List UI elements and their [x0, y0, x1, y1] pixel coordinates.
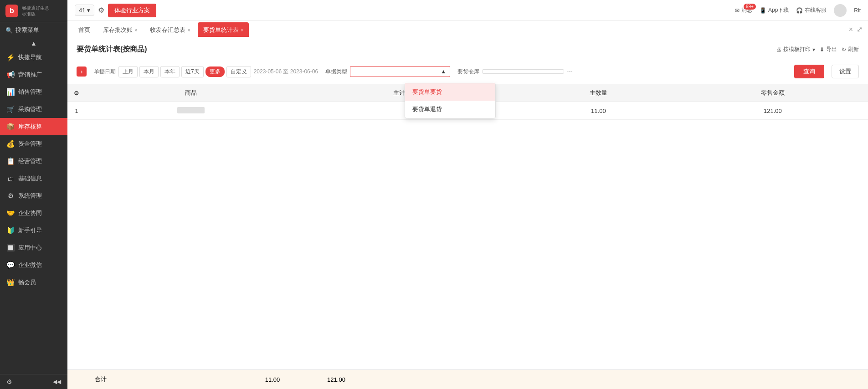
tab-home-label: 首页	[78, 26, 90, 34]
type-dropdown: 要货单要货 要货单退货	[405, 83, 496, 118]
tab-expand-icon[interactable]: ⤢	[857, 25, 863, 34]
page-content: 要货单统计表(按商品) 🖨 按模板打印 ▾ ⬇ 导出 ↻ 刷新 ›	[67, 38, 868, 389]
filter-expand-btn[interactable]: ›	[77, 67, 87, 77]
footer-qty: 11.00	[241, 376, 304, 383]
warehouse-selector[interactable]	[482, 69, 564, 74]
print-label: 按模板打印	[783, 46, 811, 53]
date-btn-this-month[interactable]: 本月	[139, 66, 159, 77]
quick-nav-icon: ⚡	[6, 53, 15, 61]
tab-order-stats-close[interactable]: ×	[241, 27, 243, 33]
chevron-down-icon: ▾	[87, 7, 90, 14]
trial-btn[interactable]: 体验行业方案	[108, 4, 156, 17]
filter-bar: › 单据日期 上月 本月 本年 近7天 更多 自定义 2023-05-06 至 …	[67, 59, 868, 84]
tab-inventory-batch-close[interactable]: ×	[134, 27, 137, 33]
more-dots-icon[interactable]: ···	[567, 67, 573, 76]
cell-num: 1	[67, 102, 86, 120]
user-avatar[interactable]	[834, 4, 847, 17]
product-name-blurred	[177, 107, 205, 113]
refresh-btn[interactable]: ↻ 刷新	[842, 46, 859, 53]
type-selector[interactable]: ▲	[350, 66, 450, 77]
column-settings-icon[interactable]: ⚙	[74, 90, 79, 97]
warehouse-filter-label: 要货仓库	[457, 68, 479, 76]
date-btn-custom[interactable]: 自定义	[226, 66, 251, 77]
operation-icon: 📋	[6, 157, 15, 165]
th-settings[interactable]: ⚙	[67, 84, 86, 102]
sidebar-item-label: 快捷导航	[18, 53, 42, 61]
app-label: App下载	[768, 6, 789, 14]
settings-btn[interactable]: 设置	[832, 65, 859, 78]
finance-icon: 💰	[6, 140, 15, 148]
date-btn-this-year[interactable]: 本年	[160, 66, 180, 77]
date-btn-group: 上月 本月 本年 近7天 更多 自定义	[118, 66, 251, 77]
members-icon: 👑	[6, 278, 15, 287]
tab-inventory-batch[interactable]: 库存批次账 ×	[98, 22, 143, 37]
tab-receive-send-close[interactable]: ×	[187, 27, 190, 33]
basic-icon: 🗂	[6, 175, 15, 183]
query-btn[interactable]: 查询	[794, 65, 824, 78]
sidebar-item-appstore[interactable]: 🔲 应用中心	[0, 239, 67, 256]
date-btn-last-month[interactable]: 上月	[118, 66, 138, 77]
settings-bottom-icon[interactable]: ⚙	[6, 378, 12, 385]
sidebar-item-wechat[interactable]: 💬 企业微信	[0, 256, 67, 274]
page-actions: 🖨 按模板打印 ▾ ⬇ 导出 ↻ 刷新	[776, 46, 859, 53]
sidebar-item-label: 经营管理	[18, 157, 42, 165]
tabbar-actions: × ⤢	[849, 25, 863, 34]
sidebar-item-sales[interactable]: 📊 销售管理	[0, 83, 67, 101]
app-logo-icon: b	[5, 5, 18, 17]
tab-order-stats[interactable]: 要货单统计表 ×	[198, 22, 249, 37]
sidebar-item-label: 应用中心	[18, 244, 42, 252]
app-download-btn[interactable]: 📱 App下载	[760, 6, 789, 14]
footer-total-label: 合计	[95, 376, 107, 383]
footer-row: 合计 11.00 121.00	[77, 375, 859, 384]
footer-label: 合计	[95, 375, 186, 384]
sales-icon: 📊	[6, 88, 15, 96]
cell-qty: 11.00	[519, 102, 678, 120]
message-btn[interactable]: ✉ 消息 99+	[735, 6, 752, 14]
sidebar-item-inventory[interactable]: 📦 库存核算	[0, 118, 67, 135]
tab-inventory-batch-label: 库存批次账	[103, 26, 133, 34]
scroll-up-arrow[interactable]: ▲	[0, 38, 67, 49]
sidebar-item-label: 畅会员	[18, 278, 36, 287]
sidebar-item-label: 企业微信	[18, 261, 42, 269]
warehouse-filter-group: 要货仓库 ···	[457, 67, 573, 76]
sidebar-item-quick-nav[interactable]: ⚡ 快捷导航	[0, 49, 67, 66]
service-icon: 🎧	[796, 7, 803, 14]
topbar-right: ✉ 消息 99+ 📱 App下载 🎧 在线客服 Rit	[735, 4, 861, 17]
sidebar-item-purchase[interactable]: 🛒 采购管理	[0, 101, 67, 118]
dropdown-item-order-return[interactable]: 要货单退货	[405, 101, 495, 118]
sidebar-item-basic[interactable]: 🗂 基础信息	[0, 170, 67, 187]
print-btn[interactable]: 🖨 按模板打印 ▾	[776, 46, 815, 53]
export-btn[interactable]: ⬇ 导出	[820, 46, 837, 53]
system-icon: ⚙	[6, 192, 15, 200]
export-icon: ⬇	[820, 46, 824, 53]
date-range-display: 2023-05-06 至 2023-06-06	[254, 68, 318, 76]
dropdown-item-order-goods[interactable]: 要货单要货	[405, 83, 495, 101]
sidebar-search[interactable]: 🔍 搜索菜单	[0, 22, 67, 38]
cell-amount: 121.00	[678, 102, 868, 120]
message-icon: ✉	[735, 7, 740, 14]
topbar-settings-icon[interactable]: ⚙	[98, 6, 104, 15]
service-btn[interactable]: 🎧 在线客服	[796, 6, 827, 14]
appstore-icon: 🔲	[6, 244, 15, 252]
username-label[interactable]: Rit	[854, 7, 861, 14]
tab-close-all-icon[interactable]: ×	[849, 26, 853, 34]
inventory-icon: 📦	[6, 123, 15, 131]
collapse-icon[interactable]: ◀◀	[53, 379, 61, 385]
sidebar-item-enterprise[interactable]: 🤝 企业协同	[0, 205, 67, 222]
sidebar-item-finance[interactable]: 💰 资金管理	[0, 135, 67, 153]
store-selector[interactable]: 41 ▾	[75, 5, 94, 16]
export-label: 导出	[826, 46, 837, 53]
sidebar-item-members[interactable]: 👑 畅会员	[0, 274, 67, 291]
chevron-up-icon: ▲	[441, 68, 446, 75]
tab-home[interactable]: 首页	[73, 22, 96, 37]
sidebar-item-guide[interactable]: 🔰 新手引导	[0, 222, 67, 239]
sidebar-item-operation[interactable]: 📋 经营管理	[0, 153, 67, 170]
date-btn-7days[interactable]: 近7天	[181, 66, 204, 77]
main-area: 41 ▾ ⚙ 体验行业方案 ✉ 消息 99+ 📱 App下载 🎧 在线客服 Ri…	[67, 0, 868, 389]
sidebar-item-system[interactable]: ⚙ 系统管理	[0, 187, 67, 205]
guide-icon: 🔰	[6, 226, 15, 235]
date-btn-more[interactable]: 更多	[205, 67, 225, 77]
refresh-label: 刷新	[848, 46, 859, 53]
sidebar-item-marketing[interactable]: 📢 营销推广	[0, 66, 67, 83]
tab-receive-send[interactable]: 收发存汇总表 ×	[144, 22, 195, 37]
